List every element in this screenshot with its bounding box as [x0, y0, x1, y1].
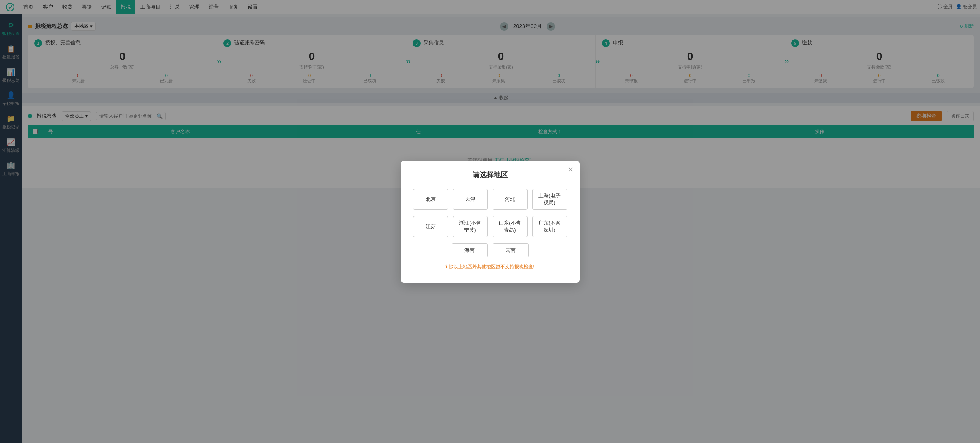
region-btn-hebei[interactable]: 河北 — [493, 189, 528, 210]
modal-close-button[interactable]: ✕ — [568, 166, 574, 173]
region-grid-row3: 海南 云南 — [452, 243, 529, 257]
region-btn-guangdong[interactable]: 广东(不含深圳) — [532, 216, 567, 237]
region-btn-zhejiang[interactable]: 浙江(不含宁波) — [453, 216, 488, 237]
modal-warning: ℹ 除以上地区外其他地区暂不支持报税检查! — [413, 264, 567, 270]
modal-overlay[interactable]: ✕ 请选择地区 北京 天津 河北 上海(电子税局) 江苏 浙江(不含宁波) 山东… — [0, 0, 980, 443]
region-btn-shanghai[interactable]: 上海(电子税局) — [532, 189, 567, 210]
region-btn-tianjin[interactable]: 天津 — [453, 189, 488, 210]
region-btn-hainan[interactable]: 海南 — [452, 243, 488, 257]
warning-icon: ℹ — [445, 264, 447, 269]
region-btn-beijing[interactable]: 北京 — [413, 189, 448, 210]
region-btn-jiangsu[interactable]: 江苏 — [413, 216, 448, 237]
region-btn-yunnan[interactable]: 云南 — [493, 243, 529, 257]
region-grid-row2: 江苏 浙江(不含宁波) 山东(不含青岛) 广东(不含深圳) — [413, 216, 567, 237]
region-select-modal: ✕ 请选择地区 北京 天津 河北 上海(电子税局) 江苏 浙江(不含宁波) 山东… — [401, 161, 580, 283]
warning-text: 除以上地区外其他地区暂不支持报税检查! — [449, 264, 534, 270]
region-grid-row1: 北京 天津 河北 上海(电子税局) — [413, 189, 567, 210]
region-btn-shandong[interactable]: 山东(不含青岛) — [493, 216, 528, 237]
modal-title: 请选择地区 — [413, 170, 567, 179]
